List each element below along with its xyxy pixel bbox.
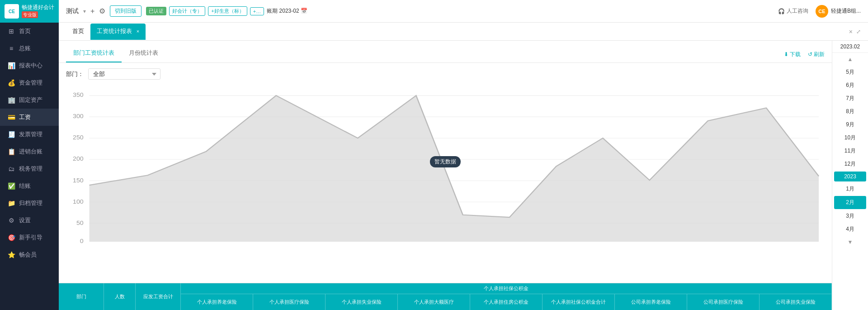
company-title: 测试 (66, 7, 79, 15)
settings-button[interactable]: ⚙ (99, 7, 105, 15)
date-jul[interactable]: 7月 (832, 92, 868, 105)
table-header: 部门 人数 应发工资合计 个人承担社保公积金 个人承担养老保险 个人承担医疗保险… (59, 283, 832, 310)
tab-home[interactable]: 首页 (66, 24, 90, 40)
good-account-badge: 好会计（专） (169, 6, 205, 16)
dropdown-arrow-icon[interactable]: ▾ (83, 8, 86, 14)
date-nav-down-button[interactable]: ▼ (846, 238, 855, 247)
archive-icon: 📁 (7, 200, 15, 207)
date-nov[interactable]: 11月 (832, 144, 868, 157)
download-button[interactable]: ⬇ 下载 (784, 51, 801, 58)
topbar-right: 🎧 人工咨询 CE 轻捷通B组... (778, 5, 861, 18)
th-group-label: 个人承担社保公积金 (181, 283, 831, 294)
refresh-button[interactable]: ↺ 刷新 (808, 51, 825, 58)
sidebar-item-home[interactable]: ⊞ 首页 (0, 23, 59, 40)
close-accounts-icon: ✅ (7, 182, 15, 190)
calendar-icon[interactable]: 📅 (301, 8, 307, 14)
th-dept: 部门 (59, 283, 104, 310)
date-may[interactable]: 5月 (832, 66, 868, 79)
svg-text:0: 0 (80, 238, 84, 244)
th-total-salary: 应发工资合计 (136, 283, 181, 310)
reports-icon: 📊 (7, 62, 15, 69)
date-dec[interactable]: 12月 (832, 157, 868, 171)
sidebar-item-salary[interactable]: 💳 工资 (0, 109, 59, 126)
period-label: 账期 2023-02 📅 (267, 7, 307, 15)
tax-icon: 🗂 (7, 165, 15, 172)
member-icon: ⭐ (7, 251, 15, 258)
tab-actions: ⬇ 下载 ↺ 刷新 (784, 51, 825, 58)
badges-area: 已认证 好会计（专） +好生意（标） +… 账期 2023-02 📅 (146, 6, 774, 16)
dept-filter-label: 部门： (66, 70, 84, 78)
date-panel: 2023.02 ▲ 5月 6月 7月 8月 9月 10月 11月 12月 202… (832, 41, 868, 310)
dept-filter-select[interactable]: 全部 部门一 部门二 (88, 68, 160, 80)
sub-tab-month[interactable]: 月份统计表 (122, 46, 165, 62)
sidebar-item-funds[interactable]: 💰 资金管理 (0, 74, 59, 91)
th-company-unemployment: 公司承担失业保险 (760, 294, 831, 310)
svg-text:300: 300 (73, 113, 84, 119)
date-oct[interactable]: 10月 (832, 131, 868, 144)
th-group-cells: 个人承担养老保险 个人承担医疗保险 个人承担失业保险 个人承担大额医疗 个人承担… (181, 294, 831, 310)
th-housing-fund: 个人承担住房公积金 (470, 294, 542, 310)
sidebar-item-tax[interactable]: 🗂 税务管理 (0, 160, 59, 177)
content-main: 部门工资统计表 月份统计表 ⬇ 下载 ↺ 刷新 (59, 41, 832, 310)
th-serious-illness: 个人承担大额医疗 (398, 294, 470, 310)
svg-text:100: 100 (73, 199, 84, 205)
support-button[interactable]: 🎧 人工咨询 (778, 7, 808, 15)
svg-text:200: 200 (73, 156, 84, 162)
username: 轻捷通B组... (831, 7, 861, 15)
sub-tab-dept[interactable]: 部门工资统计表 (66, 46, 122, 62)
date-nav-up-button[interactable]: ▲ (846, 55, 855, 64)
user-menu[interactable]: CE 轻捷通B组... (816, 5, 861, 18)
sidebar-item-purchase[interactable]: 📋 进销台账 (0, 143, 59, 160)
salary-icon: 💳 (7, 114, 15, 121)
content-area: 部门工资统计表 月份统计表 ⬇ 下载 ↺ 刷新 (59, 41, 868, 310)
close-panel-button[interactable]: × (849, 28, 853, 35)
sidebar-item-close[interactable]: ✅ 结账 (0, 177, 59, 195)
th-unemployment: 个人承担失业保险 (326, 294, 398, 310)
date-jan[interactable]: 1月 (832, 182, 868, 196)
salary-chart: 350 300 250 200 150 100 50 0 (66, 90, 825, 248)
logo-text: 畅捷通好会计 专业版 (22, 4, 54, 18)
date-mar[interactable]: 3月 (832, 210, 868, 223)
sub-tabs: 部门工资统计表 月份统计表 ⬇ 下载 ↺ 刷新 (59, 41, 832, 63)
download-icon: ⬇ (784, 51, 788, 57)
date-aug[interactable]: 8月 (832, 105, 868, 118)
th-medical: 个人承担医疗保险 (253, 294, 326, 310)
date-apr[interactable]: 4月 (832, 223, 868, 236)
home-icon: ⊞ (7, 28, 15, 35)
sidebar-item-invoice[interactable]: 🧾 发票管理 (0, 126, 59, 143)
funds-icon: 💰 (7, 79, 15, 86)
th-personal-insurance-group: 个人承担社保公积金 个人承担养老保险 个人承担医疗保险 个人承担失业保险 个人承… (181, 283, 832, 310)
settings-icon: ⚙ (7, 217, 15, 224)
sidebar-item-assets[interactable]: 🏢 固定资产 (0, 91, 59, 109)
th-company-medical: 公司承担医疗保险 (687, 294, 760, 310)
avatar: CE (816, 5, 828, 18)
date-jun[interactable]: 6月 (832, 79, 868, 92)
chart-wrapper: 350 300 250 200 150 100 50 0 (59, 85, 832, 283)
more-badge: +… (250, 7, 264, 15)
logo-icon: CE (5, 4, 19, 19)
sidebar-item-ledger[interactable]: ≡ 总账 (0, 40, 59, 57)
expand-panel-button[interactable]: ⤢ (856, 29, 861, 35)
main-area: 测试 ▾ + ⚙ 切到旧版 已认证 好会计（专） +好生意（标） +… 账期 2… (59, 0, 868, 310)
date-panel-header: 2023.02 (832, 41, 868, 53)
date-feb[interactable]: 2月 (834, 196, 866, 209)
date-year-2023[interactable]: 2023 (834, 172, 866, 181)
sidebar-item-member[interactable]: ⭐ 畅会员 (0, 246, 59, 263)
guide-icon: 🎯 (7, 234, 15, 241)
chart-tooltip: 暂无数据 (430, 156, 461, 167)
date-sep[interactable]: 9月 (832, 118, 868, 131)
date-nav-up: ▲ (832, 53, 868, 66)
sidebar-item-settings[interactable]: ⚙ 设置 (0, 212, 59, 229)
certified-badge: 已认证 (146, 7, 166, 15)
tab-close-icon[interactable]: × (137, 29, 139, 34)
switch-version-button[interactable]: 切到旧版 (110, 5, 142, 17)
th-company-pension: 公司承担养老保险 (615, 294, 687, 310)
tabbar: 首页 工资统计报表 × × ⤢ (59, 23, 868, 41)
tab-salary-report[interactable]: 工资统计报表 × (90, 24, 146, 40)
sidebar-item-guide[interactable]: 🎯 新手引导 (0, 229, 59, 246)
sidebar-item-reports[interactable]: 📊 报表中心 (0, 57, 59, 74)
refresh-icon: ↺ (808, 51, 812, 57)
add-button[interactable]: + (90, 7, 94, 15)
sidebar-item-archive[interactable]: 📁 归档管理 (0, 195, 59, 212)
svg-text:50: 50 (76, 220, 84, 226)
